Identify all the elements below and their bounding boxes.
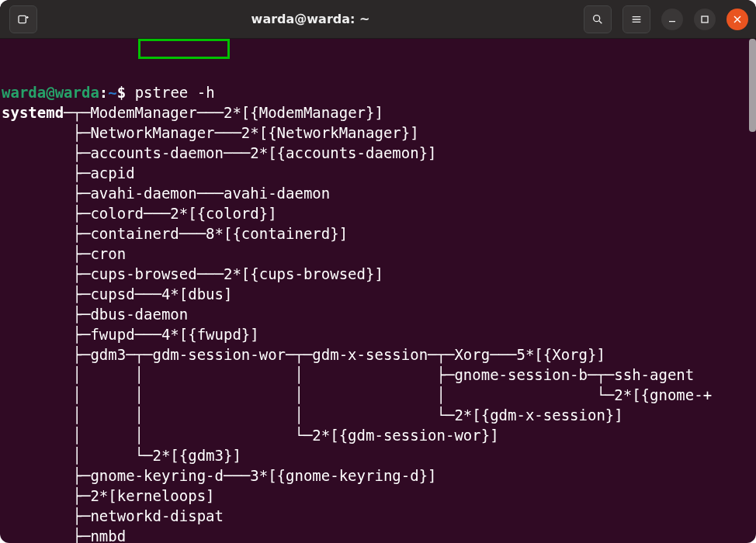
terminal-output[interactable]: warda@warda:~$ pstree -h systemd─┬─Modem… (0, 39, 756, 543)
svg-rect-0 (19, 16, 26, 22)
window-title: warda@warda: ~ (37, 12, 584, 26)
prompt-sep: : (99, 84, 108, 101)
menu-button[interactable] (622, 5, 650, 33)
prompt-dollar: $ (117, 84, 126, 101)
svg-line-4 (599, 21, 602, 23)
command-highlight-box (138, 39, 230, 59)
new-tab-button[interactable] (9, 5, 37, 33)
svg-rect-9 (702, 16, 708, 22)
titlebar: warda@warda: ~ (0, 0, 756, 39)
prompt-path: ~ (108, 84, 116, 101)
terminal-window: warda@warda: ~ warda@warda:~$ pstree -h … (0, 0, 756, 543)
scrollbar-thumb[interactable] (749, 39, 756, 132)
prompt-userhost: warda@warda (2, 84, 99, 101)
minimize-button[interactable] (661, 9, 683, 30)
process-root: systemd (2, 104, 64, 121)
command-text: pstree -h (135, 84, 215, 101)
close-button[interactable] (727, 9, 748, 30)
search-button[interactable] (584, 5, 612, 33)
maximize-button[interactable] (694, 9, 716, 30)
svg-point-3 (594, 15, 600, 21)
